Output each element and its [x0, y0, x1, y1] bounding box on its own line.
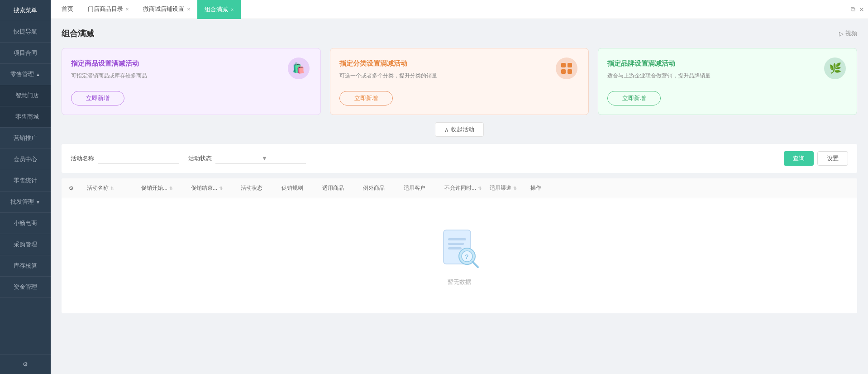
svg-text:?: ?: [465, 253, 469, 260]
table-wrap: ⚙ 活动名称 ⇅ 促销开始... ⇅ 促销结束... ⇅ 活动状态: [62, 178, 857, 313]
sort-name-icon: ⇅: [110, 186, 114, 191]
sidebar-item-retail-stats[interactable]: 零售统计: [0, 170, 51, 192]
svg-rect-1: [568, 63, 572, 67]
table-header: ⚙ 活动名称 ⇅ 促销开始... ⇅ 促销结束... ⇅ 活动状态: [62, 178, 857, 198]
sort-start-icon: ⇅: [169, 186, 173, 191]
retail-mgmt-arrow-icon: ▲: [36, 72, 40, 77]
sidebar-item-project-contract[interactable]: 项目合同: [0, 43, 51, 64]
svg-rect-3: [568, 69, 572, 74]
query-button[interactable]: 查询: [784, 151, 814, 166]
sidebar-item-member-center[interactable]: 会员中心: [0, 149, 51, 170]
tab-home[interactable]: 首页: [54, 0, 81, 19]
card-product-add-button[interactable]: 立即新增: [71, 91, 124, 105]
play-circle-icon: ▷: [839, 30, 844, 37]
th-end[interactable]: 促销结束... ⇅: [187, 184, 237, 192]
card-product-icon: 🛍️: [288, 58, 310, 79]
empty-state: ? 暂无数据: [62, 198, 857, 313]
settings-icon: ⚙: [69, 185, 74, 192]
tab-store-catalog[interactable]: 门店商品目录 ×: [81, 0, 136, 19]
tab-combo-discount[interactable]: 组合满减 ×: [197, 0, 241, 19]
filter-name-item: 活动名称: [71, 153, 179, 164]
filter-actions: 查询 设置: [784, 151, 848, 166]
sidebar-item-quick-nav[interactable]: 快捷导航: [0, 21, 51, 43]
main-area: 首页 门店商品目录 × 微商城店铺设置 × 组合满减 × ⧉ ✕ 组合满减 ▷ …: [51, 0, 868, 374]
empty-text: 暂无数据: [448, 278, 471, 286]
filter-status-label: 活动状态: [188, 154, 212, 163]
window-controls: ⧉ ✕: [851, 5, 864, 13]
th-nodup[interactable]: 不允许同时... ⇅: [441, 184, 486, 192]
filter-name-label: 活动名称: [71, 154, 94, 163]
svg-rect-5: [448, 238, 466, 240]
chevron-down-icon: ▼: [262, 155, 306, 162]
svg-rect-0: [561, 63, 566, 67]
sidebar-item-retail-mall[interactable]: 零售商城: [0, 106, 51, 128]
sidebar-settings-button[interactable]: ⚙: [0, 354, 51, 374]
th-start[interactable]: 促销开始... ⇅: [138, 184, 187, 192]
sidebar-item-wholesale-mgmt[interactable]: 批发管理 ▼: [0, 192, 51, 213]
tab-combo-discount-close[interactable]: ×: [231, 7, 234, 12]
card-brand-desc: 适合与上游企业联合做营销，提升品牌销量: [607, 72, 848, 80]
sidebar-item-marketing[interactable]: 营销推广: [0, 128, 51, 149]
restore-button[interactable]: ⧉: [851, 5, 855, 13]
sidebar-item-retail-mgmt[interactable]: 零售管理 ▲: [0, 64, 51, 85]
sidebar-item-finance-mgmt[interactable]: 资金管理: [0, 277, 51, 298]
th-rule: 促销规则: [278, 184, 319, 192]
th-status: 活动状态: [237, 184, 278, 192]
close-button[interactable]: ✕: [859, 6, 864, 13]
page-title: 组合满减: [62, 28, 94, 39]
collapse-icon: ∧: [444, 126, 449, 133]
page-header: 组合满减 ▷ 视频: [62, 28, 857, 39]
sidebar-item-purchase-mgmt[interactable]: 采购管理: [0, 234, 51, 255]
sidebar-item-smart-store[interactable]: 智慧门店: [0, 85, 51, 106]
sort-end-icon: ⇅: [219, 186, 223, 191]
card-brand-add-button[interactable]: 立即新增: [607, 91, 661, 105]
card-product-title: 指定商品设置满减活动: [71, 59, 311, 68]
sidebar-item-xiaochangec[interactable]: 小畅电商: [0, 213, 51, 234]
sidebar: 搜索菜单 快捷导航 项目合同 零售管理 ▲ 智慧门店 零售商城 营销推广 会员中…: [0, 0, 51, 374]
card-category: 指定分类设置满减活动 可选一个或者多个分类，提升分类的销量 立即新增: [330, 48, 589, 115]
tab-wechat-store-close[interactable]: ×: [187, 6, 190, 12]
video-link[interactable]: ▷ 视频: [839, 29, 857, 38]
filter-status-select[interactable]: ▼: [215, 153, 306, 164]
card-category-title: 指定分类设置满减活动: [339, 59, 580, 68]
tab-bar: 首页 门店商品目录 × 微商城店铺设置 × 组合满减 × ⧉ ✕: [51, 0, 868, 19]
tab-wechat-store[interactable]: 微商城店铺设置 ×: [136, 0, 197, 19]
th-settings[interactable]: ⚙: [65, 185, 83, 192]
card-product: 指定商品设置满减活动 可指定滞销商品或库存较多商品 🛍️ 立即新增: [62, 48, 321, 115]
tab-store-catalog-close[interactable]: ×: [126, 6, 129, 12]
svg-rect-6: [448, 243, 464, 245]
page-content: 组合满减 ▷ 视频 指定商品设置满减活动 可指定滞销商品或库存较多商品 🛍️ 立…: [51, 19, 868, 374]
card-brand: 指定品牌设置满减活动 适合与上游企业联合做营销，提升品牌销量 🌿 立即新增: [598, 48, 857, 115]
card-brand-title: 指定品牌设置满减活动: [607, 59, 848, 68]
card-category-add-button[interactable]: 立即新增: [339, 91, 393, 105]
card-brand-icon: 🌿: [824, 58, 846, 79]
empty-illustration: ?: [434, 225, 484, 271]
svg-rect-7: [448, 247, 462, 249]
card-category-icon: [556, 58, 577, 79]
th-customer: 适用客户: [400, 184, 441, 192]
wholesale-arrow-icon: ▼: [36, 200, 40, 205]
activity-cards-row: 指定商品设置满减活动 可指定滞销商品或库存较多商品 🛍️ 立即新增 指定分类设置…: [62, 48, 857, 115]
sort-channel-icon: ⇅: [513, 186, 517, 191]
sidebar-search[interactable]: 搜索菜单: [0, 0, 51, 21]
filter-row: 活动名称 活动状态 ▼ 查询 设置: [62, 144, 857, 173]
setting-button[interactable]: 设置: [817, 151, 848, 166]
sidebar-item-inventory-calc[interactable]: 库存核算: [0, 255, 51, 277]
svg-line-10: [472, 262, 478, 267]
th-name[interactable]: 活动名称 ⇅: [83, 184, 138, 192]
th-except: 例外商品: [359, 184, 400, 192]
collapse-button[interactable]: ∧ 收起活动: [435, 122, 484, 137]
filter-status-item: 活动状态 ▼: [188, 153, 306, 164]
card-product-desc: 可指定滞销商品或库存较多商品: [71, 72, 311, 80]
th-op: 操作: [527, 184, 854, 192]
filter-name-input[interactable]: [98, 153, 179, 164]
collapse-bar: ∧ 收起活动: [62, 122, 857, 137]
sort-nodup-icon: ⇅: [478, 186, 482, 191]
th-goods: 适用商品: [319, 184, 359, 192]
svg-rect-2: [561, 69, 566, 74]
card-category-desc: 可选一个或者多个分类，提升分类的销量: [339, 72, 580, 80]
th-channel[interactable]: 适用渠道 ⇅: [486, 184, 527, 192]
